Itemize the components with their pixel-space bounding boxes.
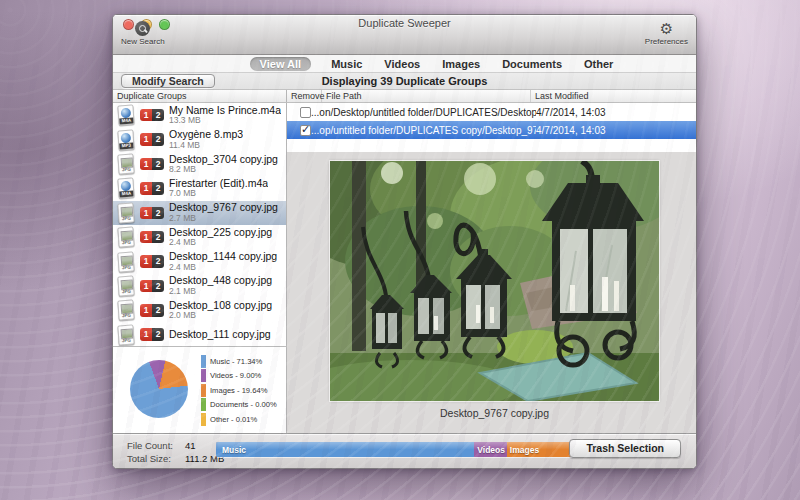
size-bar-segment: Videos xyxy=(474,442,507,457)
legend-row: Other - 0.01% xyxy=(201,412,277,427)
duplicate-count-badges: 1 2 xyxy=(140,280,164,293)
m4a-file-icon xyxy=(117,178,134,199)
duplicate-group-item[interactable]: 1 2 Desktop_3704 copy.jpg 8.2 MB xyxy=(113,152,286,176)
size-bar-segment: Images xyxy=(507,442,578,457)
legend-color-swatch xyxy=(201,384,206,397)
badge-total: 1 xyxy=(140,109,152,122)
jpg-file-icon xyxy=(117,275,134,296)
tab[interactable]: Videos xyxy=(382,57,422,71)
jpg-file-icon xyxy=(117,300,134,321)
badge-total: 1 xyxy=(140,158,152,171)
duplicate-count-badges: 1 2 xyxy=(140,182,164,195)
tab[interactable]: Images xyxy=(440,57,482,71)
file-path-cell: ...on/Desktop/untitled folder/DUPLICATES… xyxy=(311,107,536,118)
preview-caption: Desktop_9767 copy.jpg xyxy=(330,407,659,419)
duplicate-group-item[interactable]: 1 2 Desktop_1144 copy.jpg 2.4 MB xyxy=(113,249,286,273)
badge-total: 1 xyxy=(140,280,152,293)
legend-label: Music - 71.34% xyxy=(210,357,262,366)
file-size: 2.0 MB xyxy=(169,311,272,320)
table-row[interactable]: ...op/untitled folder/DUPLICATES copy/De… xyxy=(287,121,696,139)
remove-checkbox[interactable] xyxy=(300,125,311,136)
column-headers: Duplicate Groups Remove File Path Last M… xyxy=(113,90,696,103)
tab-label: Documents xyxy=(502,58,562,70)
duplicate-group-item[interactable]: 1 2 Desktop_111 copy.jpg xyxy=(113,323,286,346)
tab[interactable]: Other xyxy=(582,57,615,71)
duplicate-group-item[interactable]: 1 2 My Name Is Prince.m4a 13.3 MB xyxy=(113,103,286,127)
file-type-pie-chart xyxy=(130,360,188,418)
legend-color-swatch xyxy=(201,413,206,426)
preview-zone: Desktop_9767 copy.jpg xyxy=(287,152,696,433)
legend-row: Music - 71.34% xyxy=(201,354,277,369)
legend-label: Videos - 9.00% xyxy=(210,371,261,380)
file-size: 2.1 MB xyxy=(169,287,272,296)
tab-label: Images xyxy=(442,58,480,70)
column-header-file-path[interactable]: File Path xyxy=(322,90,530,102)
badge-dupes: 2 xyxy=(152,109,164,122)
duplicate-count-badges: 1 2 xyxy=(140,304,164,317)
preferences-button[interactable]: ⚙ Preferences xyxy=(645,20,688,46)
badge-total: 1 xyxy=(140,328,152,341)
jpg-file-icon xyxy=(117,251,134,272)
badge-total: 1 xyxy=(140,133,152,146)
last-modified-cell: 4/7/2014, 14:03 xyxy=(536,107,696,118)
tab-bar: View AllMusicVideosImagesDocumentsOther xyxy=(113,55,696,73)
badge-total: 1 xyxy=(140,182,152,195)
legend-label: Documents - 0.00% xyxy=(210,400,277,409)
duplicate-group-item[interactable]: 1 2 Desktop_225 copy.jpg 2.4 MB xyxy=(113,225,286,249)
m4a-file-icon xyxy=(117,105,134,126)
badge-dupes: 2 xyxy=(152,158,164,171)
duplicate-group-item[interactable]: 1 2 Desktop_9767 copy.jpg 2.7 MB xyxy=(113,201,286,225)
jpg-file-icon xyxy=(117,153,134,174)
legend-row: Documents - 0.00% xyxy=(201,398,277,413)
jpg-file-icon xyxy=(117,227,134,248)
toolbar-center-group: ✓ Auto Select ✕ Trash Selection xyxy=(112,15,405,41)
file-count-value: 41 xyxy=(185,440,196,451)
duplicate-count-badges: 1 2 xyxy=(140,158,164,171)
duplicate-group-item[interactable]: 1 2 Desktop_108 copy.jpg 2.0 MB xyxy=(113,298,286,322)
legend-color-swatch xyxy=(201,398,206,411)
tab-label: Music xyxy=(331,58,362,70)
duplicate-group-item[interactable]: 1 2 Firestarter (Edit).m4a 7.0 MB xyxy=(113,176,286,200)
total-size-label: Total Size: xyxy=(127,453,185,464)
file-count-label: File Count: xyxy=(127,440,185,451)
tab[interactable]: Music xyxy=(329,57,364,71)
duplicate-count-badges: 1 2 xyxy=(140,255,164,268)
tab-label: Videos xyxy=(384,58,420,70)
badge-dupes: 2 xyxy=(152,255,164,268)
badge-dupes: 2 xyxy=(152,328,164,341)
tab[interactable]: Documents xyxy=(500,57,564,71)
tab-label: View All xyxy=(260,58,302,70)
badge-dupes: 2 xyxy=(152,133,164,146)
duplicate-group-item[interactable]: 1 2 Desktop_448 copy.jpg 2.1 MB xyxy=(113,274,286,298)
window-body: 1 2 My Name Is Prince.m4a 13.3 MB 1 2 Ox… xyxy=(113,103,696,433)
sidebar: 1 2 My Name Is Prince.m4a 13.3 MB 1 2 Ox… xyxy=(113,103,287,433)
file-path-cell: ...op/untitled folder/DUPLICATES copy/De… xyxy=(311,125,536,136)
file-size: 2.4 MB xyxy=(169,263,277,272)
legend-label: Other - 0.01% xyxy=(210,415,257,424)
tab[interactable]: View All xyxy=(250,57,312,71)
preview-photo xyxy=(330,161,659,401)
pie-chart-panel: Music - 71.34% Videos - 9.00% Images - 1… xyxy=(113,346,286,433)
segment-label: Images xyxy=(507,445,539,455)
desktop-background: Duplicate Sweeper New Search ✓ Auto Sele… xyxy=(0,0,800,500)
file-size: 13.3 MB xyxy=(169,116,281,125)
content-area: ...on/Desktop/untitled folder/DUPLICATES… xyxy=(287,103,696,433)
duplicate-groups-count-title: Displaying 39 Duplicate Groups xyxy=(113,75,696,87)
file-name: Oxygène 8.mp3 xyxy=(169,129,243,141)
legend-row: Videos - 9.00% xyxy=(201,369,277,384)
column-header-remove[interactable]: Remove xyxy=(287,90,322,102)
file-size: 2.7 MB xyxy=(169,214,278,223)
stats: File Count: 41 Total Size: 111.2 MB xyxy=(127,439,224,465)
tab-label: Other xyxy=(584,58,613,70)
column-header-last-modified[interactable]: Last Modified xyxy=(530,90,696,102)
duplicate-count-badges: 1 2 xyxy=(140,133,164,146)
table-row[interactable]: ...on/Desktop/untitled folder/DUPLICATES… xyxy=(287,103,696,121)
badge-total: 1 xyxy=(140,255,152,268)
badge-dupes: 2 xyxy=(152,182,164,195)
trash-selection-button[interactable]: Trash Selection xyxy=(569,439,681,458)
remove-checkbox[interactable] xyxy=(300,107,311,118)
segment-label: Videos xyxy=(474,445,505,455)
legend-color-swatch xyxy=(201,355,206,368)
duplicate-group-item[interactable]: 1 2 Oxygène 8.mp3 11.4 MB xyxy=(113,127,286,151)
last-modified-cell: 4/7/2014, 14:03 xyxy=(536,125,696,136)
